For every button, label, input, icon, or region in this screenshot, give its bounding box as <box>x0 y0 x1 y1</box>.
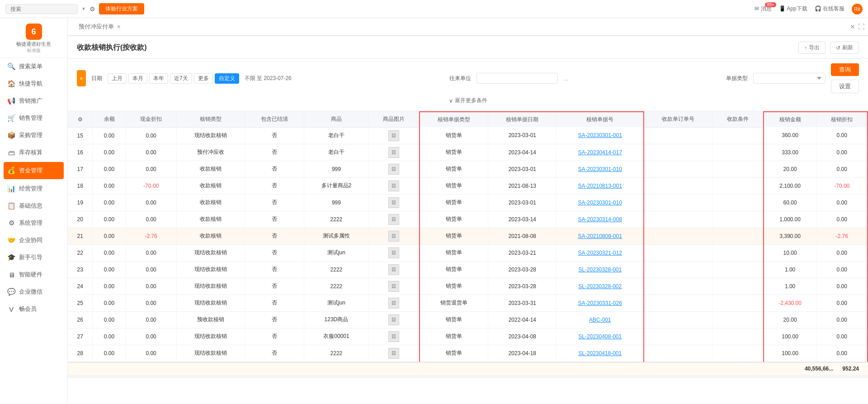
close-window-icon[interactable]: ✕ <box>850 23 855 30</box>
sidebar-item-vip[interactable]: V畅会员 <box>0 300 67 318</box>
cell-cancel-type: 现结收款核销 <box>176 244 245 261</box>
query-button[interactable]: 查询 <box>831 63 859 76</box>
sidebar-item-inventory[interactable]: 🗃库存核算 <box>0 144 67 161</box>
last-month-btn[interactable]: 上月 <box>108 73 127 84</box>
from-unit-input[interactable] <box>476 73 558 84</box>
cell-receipt-condition <box>712 278 764 295</box>
sidebar-item-label: 系统管理 <box>19 219 42 227</box>
expand-more-conditions[interactable]: ∨ 展开更多条件 <box>77 95 859 106</box>
sidebar-item-wechat[interactable]: 💬企业微信 <box>0 283 67 300</box>
bill-no-link[interactable]: SL-20230418-001 <box>578 350 622 356</box>
cell-cancel-type: 现结收款核销 <box>176 328 245 345</box>
date-buttons: 上月 本月 本年 近7天 更多 自定义 <box>108 73 239 84</box>
cell-bill-no: SA-20230314-008 <box>557 211 644 228</box>
cell-cash-discount: 0.00 <box>126 261 176 278</box>
product-image: 🖼 <box>388 130 399 141</box>
cell-product: 老白干 <box>304 144 368 161</box>
search-dropdown-arrow[interactable]: ▼ <box>81 6 86 11</box>
setting-button[interactable]: 设置 <box>831 80 859 93</box>
wechat-icon: 💬 <box>7 288 15 296</box>
sidebar-item-label: 新手引导 <box>19 253 42 261</box>
col-settings-header[interactable]: ⚙ <box>68 112 93 127</box>
bill-no-link[interactable]: SA-20230331-026 <box>578 300 622 306</box>
app-download-link[interactable]: 📱 App下载 <box>779 5 807 13</box>
operation-icon: 📊 <box>7 185 15 193</box>
table-row: 28 0.00 0.00 现结收款核销 否 2222 🖼 销货单 2023-04… <box>68 345 868 361</box>
cell-include-settled: 否 <box>245 295 304 311</box>
bill-no-link[interactable]: SA-20230301-010 <box>578 200 622 206</box>
bill-no-link[interactable]: SL-20230408-001 <box>578 333 622 340</box>
sidebar-item-enterprise[interactable]: 🤝企业协同 <box>0 232 67 249</box>
more-conditions-dots[interactable]: ... <box>563 75 568 82</box>
sidebar-item-system[interactable]: ⚙系统管理 <box>0 214 67 232</box>
bill-no-link[interactable]: SL-20230328-001 <box>578 266 622 273</box>
trial-button[interactable]: 体验行业方案 <box>99 3 144 14</box>
tab-prepay[interactable]: 预付冲应付单✕ <box>71 18 128 36</box>
expand-window-icon[interactable]: ⛶ <box>858 23 864 30</box>
sidebar-item-quick[interactable]: 🏠快捷导航 <box>0 75 67 92</box>
bill-no-link[interactable]: SA-20210813-001 <box>578 183 622 189</box>
refresh-button[interactable]: ↺ 刷新 <box>830 42 859 54</box>
bill-no-link[interactable]: ABC-001 <box>589 317 611 323</box>
bill-no-link[interactable]: SA-20230301-001 <box>578 132 622 138</box>
marketing-icon: 📢 <box>7 97 15 105</box>
cell-receipt-condition <box>712 161 764 177</box>
bill-no-link[interactable]: SA-20230314-008 <box>578 216 622 223</box>
cell-bill-no: SA-20230301-001 <box>557 127 644 144</box>
cell-receipt-condition <box>712 328 764 345</box>
cell-bill-type: 销货单 <box>420 228 488 244</box>
tab-close-prepay[interactable]: ✕ <box>117 24 121 30</box>
sidebar-item-marketing[interactable]: 📢营销推广 <box>0 92 67 109</box>
custom-date-btn[interactable]: 自定义 <box>215 73 239 84</box>
table-row: 27 0.00 0.00 现结收款核销 否 衣服00001 🖼 销货单 2023… <box>68 328 868 345</box>
product-image: 🖼 <box>388 314 399 325</box>
system-icon: ⚙ <box>7 219 15 227</box>
product-image: 🖼 <box>388 247 399 258</box>
search-input[interactable] <box>5 4 78 14</box>
sidebar-item-finance[interactable]: 💰资金管理 <box>4 162 64 179</box>
table-body: 15 0.00 0.00 现结收款核销 否 老白干 🖼 销货单 2023-03-… <box>68 127 868 361</box>
col-bill-date-header: 核销单据日期 <box>488 112 557 127</box>
cell-no: 19 <box>68 194 93 211</box>
main-area: 首页预付冲应付单✕收款核销执行✕ ✕ ⛶ 收款核销执行(按收款) ↑ 导出 ↺ … <box>68 18 868 404</box>
user-avatar[interactable]: Rit <box>852 4 863 14</box>
cell-cancel-discount: 0.00 <box>816 295 868 311</box>
table-container: ⚙ 余额 现金折扣 核销类型 包含已结清 商品 商品图片 核销单据类型 核销单据… <box>68 111 868 404</box>
sidebar: 6 畅捷通谱好生意 标准版 🔍搜索菜单🏠快捷导航📢营销推广🛒销售管理📦采购管理🗃… <box>0 18 68 404</box>
bill-no-link[interactable]: SA-20230414-017 <box>578 149 622 156</box>
cell-bill-type: 销货单 <box>420 311 488 328</box>
cell-cancel-amount: -2,430.00 <box>764 295 816 311</box>
from-unit-label: 往来单位 <box>449 75 471 82</box>
cell-balance: 0.00 <box>93 177 126 194</box>
sidebar-item-guide[interactable]: 🎓新手引导 <box>0 249 67 266</box>
sidebar-item-sales[interactable]: 🛒销售管理 <box>0 109 67 127</box>
cell-receipt-condition <box>712 144 764 161</box>
cell-product: 123D商品 <box>304 311 368 328</box>
cell-bill-no: SL-20230418-001 <box>557 345 644 361</box>
sidebar-item-search[interactable]: 🔍搜索菜单 <box>0 58 67 75</box>
bill-type-select[interactable] <box>753 73 826 84</box>
sidebar-item-hardware[interactable]: 🖥智能硬件 <box>0 266 67 283</box>
sidebar-item-operation[interactable]: 📊经营管理 <box>0 180 67 197</box>
filter-expand-button[interactable]: » <box>77 70 86 86</box>
export-button[interactable]: ↑ 导出 <box>798 42 826 54</box>
last-7days-btn[interactable]: 近7天 <box>170 73 192 84</box>
bill-no-link[interactable]: SL-20230328-002 <box>578 283 622 290</box>
gear-icon[interactable]: ⚙ <box>90 5 95 13</box>
bill-no-link[interactable]: SA-20230321-012 <box>578 250 622 256</box>
more-date-btn[interactable]: 更多 <box>194 73 213 84</box>
this-year-btn[interactable]: 本年 <box>149 73 168 84</box>
cell-balance: 0.00 <box>93 311 126 328</box>
sidebar-item-base[interactable]: 📋基础信息 <box>0 197 67 214</box>
sidebar-item-purchase[interactable]: 📦采购管理 <box>0 127 67 144</box>
cell-product-image: 🖼 <box>368 144 420 161</box>
online-service-link[interactable]: 🎧 在线客服 <box>815 5 844 13</box>
cell-receipt-condition <box>712 261 764 278</box>
bill-no-link[interactable]: SA-20230301-010 <box>578 166 622 172</box>
phone-icon: 📱 <box>779 5 786 12</box>
this-month-btn[interactable]: 本月 <box>128 73 147 84</box>
cell-bill-date: 2022-04-14 <box>488 311 557 328</box>
message-badge[interactable]: ✉ 消息 99+ <box>755 5 771 13</box>
bill-no-link[interactable]: SA-20210808-001 <box>578 233 622 239</box>
table-row: 21 0.00 -2.76 收款核销 否 测试多属性 🖼 销货单 2021-08… <box>68 228 868 244</box>
